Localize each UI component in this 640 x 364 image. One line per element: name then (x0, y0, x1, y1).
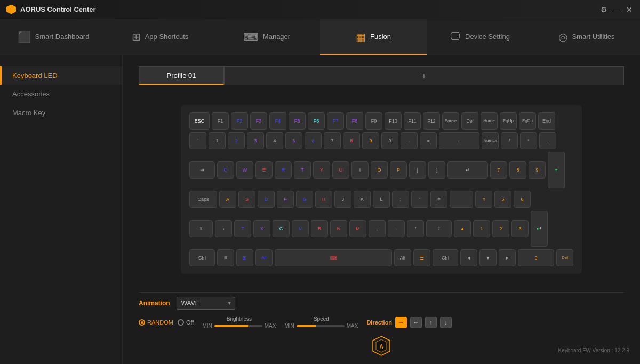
key-f10[interactable]: F10 (385, 112, 402, 130)
key-q[interactable]: Q (217, 161, 234, 179)
key-f5[interactable]: F5 (289, 112, 306, 130)
key-f[interactable]: F (277, 191, 294, 208)
key-numminus[interactable]: - (539, 132, 556, 149)
key-semicolon[interactable]: ; (392, 191, 409, 208)
key-fwdslash[interactable]: / (407, 220, 424, 237)
key-rshift[interactable]: ⇧ (426, 220, 452, 237)
minimize-button[interactable]: ─ (612, 5, 621, 14)
key-menu[interactable]: ☰ (413, 249, 430, 266)
key-f9[interactable]: F9 (365, 112, 382, 130)
key-n[interactable]: N (330, 220, 347, 237)
key-g[interactable]: G (296, 191, 313, 208)
key-f6[interactable]: F6 (308, 112, 325, 130)
key-num1[interactable]: 1 (473, 220, 490, 237)
key-f8[interactable]: F8 (346, 112, 363, 130)
key-h[interactable]: H (315, 191, 332, 208)
key-f2[interactable]: F2 (231, 112, 248, 130)
key-a[interactable]: A (219, 191, 236, 208)
key-caps[interactable]: Caps (189, 191, 217, 208)
tab-smart-dashboard[interactable]: ⬛ Smart Dashboard (0, 19, 107, 55)
key-lctrl[interactable]: Ctrl (189, 249, 215, 266)
key-minus[interactable]: - (401, 132, 418, 149)
key-num2[interactable]: 2 (492, 220, 509, 237)
key-lbracket[interactable]: [ (409, 161, 426, 179)
key-i[interactable]: I (351, 161, 369, 179)
key-2[interactable]: 2 (228, 132, 245, 149)
tab-device-setting[interactable]: 🖵 Device Setting (427, 19, 533, 55)
key-f4[interactable]: F4 (269, 112, 286, 130)
tab-app-shortcuts[interactable]: ⊞ App Shortcuts (107, 19, 213, 55)
key-w[interactable]: W (236, 161, 253, 179)
key-f11[interactable]: F11 (404, 112, 421, 130)
key-d[interactable]: D (258, 191, 275, 208)
key-5[interactable]: 5 (285, 132, 302, 149)
key-numenter[interactable]: ↵ (531, 211, 548, 247)
key-num8[interactable]: 8 (509, 161, 526, 179)
key-k[interactable]: K (354, 191, 371, 208)
key-o[interactable]: O (371, 161, 388, 179)
key-comma[interactable]: , (369, 220, 386, 237)
key-z[interactable]: Z (234, 220, 251, 237)
key-c[interactable]: C (273, 220, 290, 237)
profile-tab-add[interactable]: + (224, 66, 624, 85)
key-x[interactable]: X (253, 220, 270, 237)
dir-btn-up[interactable]: ↑ (425, 317, 437, 328)
key-f3[interactable]: F3 (250, 112, 267, 130)
settings-icon[interactable]: ⚙ (599, 5, 608, 14)
key-num0[interactable]: 0 (518, 249, 554, 266)
key-b[interactable]: B (311, 220, 328, 237)
sidebar-item-accessories[interactable]: Accessories (0, 85, 122, 103)
key-l[interactable]: L (373, 191, 390, 208)
key-s[interactable]: S (238, 191, 255, 208)
key-ralt[interactable]: Alt (394, 249, 411, 266)
key-f1[interactable]: F1 (212, 112, 229, 130)
key-numslash[interactable]: / (501, 132, 518, 149)
key-6[interactable]: 6 (305, 132, 322, 149)
key-num4[interactable]: 4 (475, 191, 492, 208)
key-right[interactable]: ► (499, 249, 516, 266)
key-lalt[interactable]: Alt (255, 249, 273, 266)
key-home[interactable]: Home (481, 112, 498, 130)
key-p[interactable]: P (390, 161, 407, 179)
key-r[interactable]: R (275, 161, 292, 179)
key-m[interactable]: M (349, 220, 366, 237)
key-v[interactable]: V (292, 220, 309, 237)
close-button[interactable]: ✕ (625, 5, 634, 14)
key-7[interactable]: 7 (324, 132, 341, 149)
key-left[interactable]: ◄ (460, 249, 477, 266)
key-num3[interactable]: 3 (511, 220, 529, 237)
tab-fusion[interactable]: ▦ Fusion (320, 19, 427, 55)
radio-random[interactable]: RANDOM (139, 319, 173, 326)
key-rbracket[interactable]: ] (428, 161, 445, 179)
key-lwin[interactable]: ⊞ (236, 249, 253, 266)
key-e[interactable]: E (255, 161, 273, 179)
speed-slider[interactable] (297, 325, 345, 327)
key-u[interactable]: U (332, 161, 349, 179)
key-end[interactable]: End (538, 112, 555, 130)
key-4[interactable]: 4 (266, 132, 283, 149)
dir-btn-down[interactable]: ↓ (440, 317, 452, 328)
key-pgup[interactable]: PgUp (500, 112, 517, 130)
key-enter[interactable]: ↵ (447, 161, 488, 179)
tab-smart-utilities[interactable]: ◎ Smart Utilities (533, 19, 640, 55)
key-num6[interactable]: 6 (514, 191, 531, 208)
key-y[interactable]: Y (313, 161, 330, 179)
key-down[interactable]: ▼ (479, 249, 497, 266)
dir-btn-right[interactable]: → (395, 317, 407, 328)
animation-select[interactable]: WAVE STATIC BREATHING CYCLE RIPPLE (177, 297, 235, 310)
key-f12[interactable]: F12 (423, 112, 440, 130)
key-numplus[interactable]: + (548, 152, 565, 188)
sidebar-item-macro-key[interactable]: Macro Key (0, 103, 122, 122)
key-numdel[interactable]: Del (556, 249, 573, 266)
tab-manager[interactable]: ⌨ Manager (213, 19, 320, 55)
key-num5[interactable]: 5 (494, 191, 511, 208)
key-pgdn[interactable]: PgDn (519, 112, 536, 130)
key-backspace[interactable]: ← (439, 132, 479, 149)
key-0[interactable]: 0 (381, 132, 398, 149)
key-j[interactable]: J (334, 191, 351, 208)
brightness-slider[interactable] (214, 325, 262, 327)
radio-off[interactable]: Off (178, 319, 194, 326)
sidebar-item-keyboard-led[interactable]: Keyboard LED (0, 66, 122, 85)
key-num7[interactable]: 7 (490, 161, 507, 179)
key-numstar[interactable]: * (520, 132, 537, 149)
